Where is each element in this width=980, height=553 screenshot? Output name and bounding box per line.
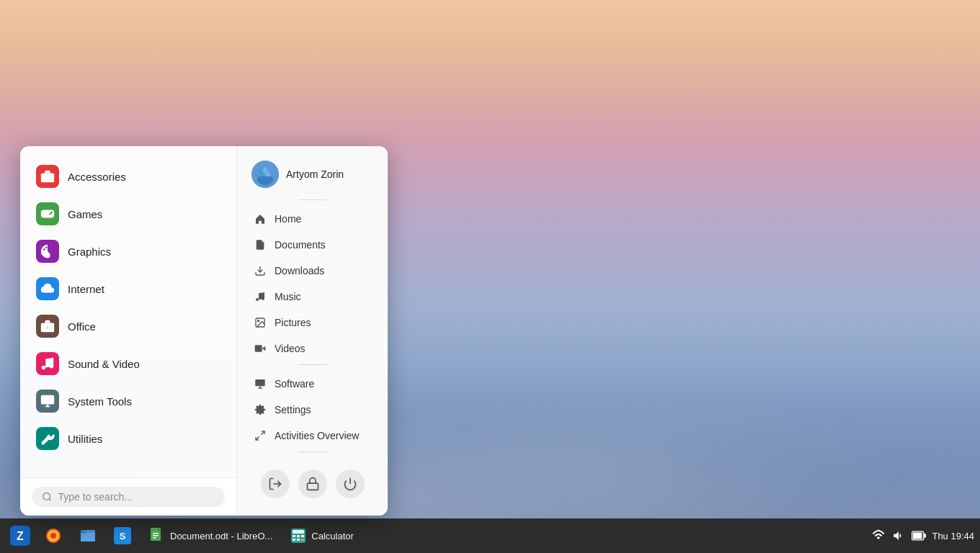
taskbar-app-icon-calculator — [290, 527, 307, 544]
taskbar-app-firefox[interactable] — [37, 521, 69, 550]
category-item-sound-video[interactable]: Sound & Video — [26, 345, 231, 382]
svg-rect-47 — [293, 530, 304, 534]
svg-point-20 — [256, 298, 259, 301]
category-item-games[interactable]: Games — [26, 195, 231, 233]
action-item-settings[interactable]: Settings — [246, 397, 379, 423]
place-item-videos[interactable]: Videos — [246, 336, 379, 361]
place-label-documents: Documents — [275, 239, 326, 251]
taskbar-app-icon-firefox — [45, 527, 62, 544]
svg-rect-48 — [293, 535, 295, 537]
svg-rect-50 — [301, 535, 304, 537]
zorin-menu-button[interactable]: Z — [6, 521, 35, 550]
category-icon-system-tools — [36, 390, 59, 413]
category-item-accessories[interactable]: Accessories — [26, 158, 231, 195]
place-icon-videos — [253, 341, 267, 356]
svg-rect-0 — [41, 173, 54, 182]
category-icon-sound-video — [36, 352, 59, 375]
places-list: Home Documents Downloads Music Pictures … — [246, 206, 379, 361]
right-panel: Artyom Zorin Home Documents Downloads Mu… — [236, 146, 388, 516]
svg-point-11 — [50, 364, 54, 369]
session-btn-logout[interactable] — [261, 469, 290, 498]
category-label-system-tools: System Tools — [68, 395, 132, 408]
place-icon-home — [253, 212, 267, 226]
place-icon-documents — [253, 238, 267, 252]
taskbar-app-document[interactable]: Document.odt - LibreO... — [141, 521, 280, 550]
category-label-graphics: Graphics — [68, 246, 111, 258]
category-label-games: Games — [68, 208, 102, 220]
svg-rect-51 — [293, 539, 295, 541]
svg-rect-43 — [153, 533, 159, 534]
category-icon-internet — [36, 277, 59, 300]
svg-point-36 — [50, 533, 56, 539]
place-item-documents[interactable]: Documents — [246, 232, 379, 258]
action-item-activities[interactable]: Activities Overview — [246, 423, 379, 449]
category-label-sound-video: Sound & Video — [68, 358, 140, 370]
taskbar-app-calculator[interactable]: Calculator — [282, 521, 361, 550]
separator-1 — [298, 199, 327, 200]
place-item-home[interactable]: Home — [246, 206, 379, 232]
category-item-internet[interactable]: Internet — [26, 270, 231, 307]
actions-list: Software Settings Activities Overview — [246, 371, 379, 449]
svg-point-6 — [43, 248, 45, 251]
taskbar-app-icon-store: S — [114, 527, 131, 544]
svg-rect-55 — [925, 534, 927, 537]
action-item-software[interactable]: Software — [246, 371, 379, 397]
svg-rect-12 — [41, 395, 54, 405]
volume-icon[interactable] — [891, 529, 906, 543]
place-label-pictures: Pictures — [275, 317, 311, 328]
place-item-downloads[interactable]: Downloads — [246, 258, 379, 284]
svg-rect-45 — [153, 537, 156, 539]
session-btn-lock[interactable] — [298, 469, 327, 498]
action-icon-software — [253, 377, 267, 391]
svg-rect-39 — [81, 530, 86, 534]
taskbar-right: Thu 19:44 — [871, 529, 974, 543]
session-buttons — [246, 464, 379, 504]
place-icon-downloads — [253, 264, 267, 278]
category-label-accessories: Accessories — [68, 171, 126, 183]
avatar — [251, 161, 279, 188]
search-input[interactable] — [58, 491, 215, 503]
svg-point-5 — [50, 212, 53, 214]
svg-rect-56 — [913, 532, 922, 539]
category-icon-graphics — [36, 240, 59, 263]
svg-line-14 — [49, 499, 51, 501]
place-label-downloads: Downloads — [275, 265, 324, 276]
action-icon-settings — [253, 403, 267, 417]
category-icon-games — [36, 202, 59, 225]
category-item-office[interactable]: Office — [26, 307, 231, 345]
taskbar-app-store[interactable]: S — [107, 521, 138, 550]
category-label-utilities: Utilities — [68, 433, 102, 445]
place-item-pictures[interactable]: Pictures — [246, 310, 379, 336]
user-avatar-image — [251, 161, 279, 188]
taskbar-left: Z S Document.odt - LibreO... Calculator — [6, 521, 871, 550]
svg-marker-24 — [262, 346, 266, 351]
taskbar-app-icon-document — [148, 527, 166, 544]
place-item-music[interactable]: Music — [246, 284, 379, 310]
taskbar-apps: S Document.odt - LibreO... Calculator — [37, 521, 361, 550]
battery-icon[interactable] — [912, 529, 926, 543]
app-menu: Accessories Games Graphics Internet Offi… — [20, 146, 388, 516]
taskbar-app-label-document: Document.odt - LibreO... — [170, 531, 272, 541]
svg-point-13 — [43, 493, 50, 500]
svg-point-7 — [45, 246, 48, 248]
svg-text:S: S — [120, 531, 126, 541]
category-item-system-tools[interactable]: System Tools — [26, 382, 231, 420]
wifi-icon[interactable] — [871, 529, 886, 543]
clock[interactable]: Thu 19:44 — [932, 531, 974, 541]
place-icon-pictures — [253, 315, 267, 330]
category-item-utilities[interactable]: Utilities — [26, 420, 231, 457]
category-item-graphics[interactable]: Graphics — [26, 233, 231, 270]
action-label-settings: Settings — [275, 404, 311, 415]
taskbar-app-files[interactable] — [72, 521, 104, 550]
action-label-software: Software — [275, 378, 314, 390]
category-label-internet: Internet — [68, 283, 104, 295]
svg-point-10 — [42, 366, 46, 370]
category-icon-accessories — [36, 165, 59, 188]
svg-rect-53 — [301, 539, 304, 541]
svg-rect-31 — [307, 483, 318, 490]
action-icon-activities — [253, 428, 267, 443]
session-btn-power[interactable] — [336, 469, 365, 498]
user-section[interactable]: Artyom Zorin — [246, 158, 379, 197]
zorin-logo-icon: Z — [10, 526, 30, 546]
svg-point-23 — [258, 320, 259, 322]
